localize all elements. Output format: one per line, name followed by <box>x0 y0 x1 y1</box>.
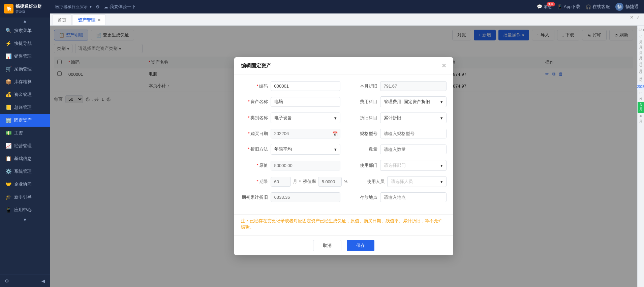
residual-label-inline: 残值率 <box>303 179 316 185</box>
app-download-icon: 📱 <box>557 4 562 9</box>
sidebar-item-operation-label: 经营管理 <box>14 143 32 149</box>
sidebar-item-guide[interactable]: 🎓 新手引导 <box>0 191 50 203</box>
topbar-online-service[interactable]: 🎧 在线客服 <box>586 4 610 10</box>
dep-method-select[interactable]: 年限平均 ▾ <box>271 144 340 155</box>
purchase-date-input[interactable] <box>271 129 340 138</box>
dept-chevron-icon: ▾ <box>440 163 443 168</box>
sidebar-item-base-info[interactable]: 📋 基础信息 <box>0 152 50 165</box>
service-icon: 🎧 <box>586 4 591 9</box>
sidebar-item-quick-nav[interactable]: ⚡ 快捷导航 <box>0 37 50 50</box>
topbar-message[interactable]: 💬 消息 99+ <box>537 4 552 10</box>
sidebar-item-fund[interactable]: 💰 资金管理 <box>0 88 50 101</box>
month-2[interactable]: 2月 <box>638 96 643 101</box>
topbar-app-download[interactable]: 📱 App下载 <box>557 4 580 10</box>
month-3-current[interactable]: 3月 <box>638 102 644 113</box>
modal-overlay[interactable]: 编辑固定资产 ✕ *编码 <box>50 26 637 287</box>
period-label: *期限 <box>241 179 268 185</box>
month-4[interactable]: 4月 <box>638 114 643 118</box>
dep-account-select[interactable]: 累计折旧 ▾ <box>380 113 447 123</box>
spec-input[interactable] <box>380 129 447 138</box>
topbar-gear-icon[interactable]: ⚙ <box>96 4 100 9</box>
sidebar-item-search[interactable]: 🔍 搜索菜单 <box>0 24 50 37</box>
user-select[interactable]: 请选择人员 ▾ <box>387 176 446 187</box>
sidebar-scroll-down[interactable]: ▼ <box>0 216 50 223</box>
fund-icon: 💰 <box>5 92 11 98</box>
dept-label: 使用部门 <box>347 162 377 168</box>
month-6[interactable]: 6月 <box>638 39 643 44</box>
sidebar-item-collab[interactable]: 🤝 企业协同 <box>0 178 50 191</box>
sidebar-item-sales[interactable]: 📊 销售管理 <box>0 50 50 63</box>
month-9[interactable]: 9月 <box>638 56 643 61</box>
collapse-icon[interactable]: ◀ <box>41 278 45 284</box>
dept-select[interactable]: 请选择部门 ▾ <box>380 160 447 171</box>
modal-footer: 取消 保存 <box>234 235 453 255</box>
purchase-icon: 🛒 <box>5 66 11 72</box>
month-5[interactable]: 5月 <box>638 34 643 39</box>
sidebar-item-system-label: 系统管理 <box>14 168 32 174</box>
payroll-icon: 💵 <box>5 130 11 136</box>
sidebar-item-ledger[interactable]: 📒 总账管理 <box>0 101 50 114</box>
monthly-dep-label: 本月折旧 <box>347 83 377 89</box>
topbar-user[interactable]: 畅 畅捷通 <box>615 3 639 11</box>
dep-account-label: 折旧科目 <box>347 115 377 121</box>
sidebar-item-purchase[interactable]: 🛒 采购管理 <box>0 63 50 75</box>
sidebar-item-app-center[interactable]: 📱 应用中心 <box>0 203 50 216</box>
field-period: *期限 月 * 残值率 % <box>241 176 348 187</box>
modal-close-button[interactable]: ✕ <box>441 62 447 69</box>
month-10[interactable]: 10月 <box>638 61 643 68</box>
tab-close-asset-mgmt[interactable]: ✕ <box>97 18 101 23</box>
original-value-input[interactable] <box>271 161 340 170</box>
save-button[interactable]: 保存 <box>347 240 374 251</box>
sidebar-item-operation[interactable]: 📈 经营管理 <box>0 139 50 152</box>
field-code: *编码 <box>241 81 340 91</box>
sidebar-scroll-up[interactable]: ▲ <box>0 18 50 24</box>
sidebar-item-fixed-asset[interactable]: 🏢 固定资产 <box>0 114 50 127</box>
sidebar-item-system[interactable]: ⚙️ 系统管理 <box>0 165 50 178</box>
tab-home[interactable]: 首页 <box>53 14 71 25</box>
calendar-icon[interactable]: 📅 <box>332 131 338 136</box>
monthly-dep-input[interactable] <box>380 81 447 91</box>
expand-window-icon[interactable]: ⤢ <box>636 15 640 20</box>
month-8[interactable]: 8月 <box>638 50 643 55</box>
period-input[interactable] <box>271 177 291 187</box>
field-expense-account: 费用科目 管理费用_固定资产折旧 ▾ <box>347 96 447 107</box>
expense-account-select[interactable]: 管理费用_固定资产折旧 ▾ <box>380 96 447 107</box>
cancel-button[interactable]: 取消 <box>313 240 341 251</box>
sidebar-item-inventory[interactable]: 📦 库存核算 <box>0 75 50 88</box>
spec-label: 规格型号 <box>347 131 377 137</box>
code-input[interactable] <box>271 81 340 91</box>
field-asset-name: *资产名称 <box>241 96 340 107</box>
category-select[interactable]: 电子设备 ▾ <box>271 113 340 123</box>
sidebar-item-payroll-label: 工资 <box>14 130 23 136</box>
month-11[interactable]: 11月 <box>638 69 643 75</box>
quantity-input[interactable] <box>380 145 447 154</box>
month-7[interactable]: 7月 <box>638 45 643 50</box>
guide-icon: 🎓 <box>5 194 11 200</box>
form-row-5: *折旧方法 年限平均 ▾ 数量 <box>241 144 447 155</box>
tab-asset-mgmt[interactable]: 资产管理 ✕ <box>73 14 106 25</box>
edit-asset-modal: 编辑固定资产 ✕ *编码 <box>234 57 453 255</box>
settings-icon[interactable]: ⚙ <box>5 278 9 284</box>
purchase-date-label: *购买日期 <box>241 131 268 137</box>
sidebar-item-quick-nav-label: 快捷导航 <box>14 40 32 46</box>
field-purchase-date: *购买日期 📅 <box>241 129 340 138</box>
sidebar-item-fixed-asset-label: 固定资产 <box>14 117 32 123</box>
close-window-icon[interactable]: ✕ <box>630 15 634 20</box>
message-count-badge: 99+ <box>547 2 555 6</box>
month-1[interactable]: 1月 <box>638 91 643 95</box>
period-group: 月 * 残值率 % <box>271 177 348 187</box>
initial-dep-input[interactable] <box>271 192 340 202</box>
topbar-right: 💬 消息 99+ 📱 App下载 🎧 在线客服 畅 畅捷通 <box>537 3 639 11</box>
dep-method-chevron-icon: ▾ <box>334 147 337 152</box>
search-icon: 🔍 <box>5 28 11 34</box>
month-12[interactable]: 12月 <box>638 76 643 83</box>
collab-icon: 🤝 <box>5 181 11 187</box>
sidebar-item-payroll[interactable]: 💵 工资 <box>0 127 50 139</box>
sidebar-item-ledger-label: 总账管理 <box>14 104 32 110</box>
residual-input[interactable] <box>318 177 342 187</box>
asset-name-input[interactable] <box>271 97 340 107</box>
quantity-label: 数量 <box>347 146 377 152</box>
year-2023[interactable]: 2023 <box>636 84 644 90</box>
location-input[interactable] <box>380 192 447 202</box>
app-center-icon: 📱 <box>5 207 11 213</box>
